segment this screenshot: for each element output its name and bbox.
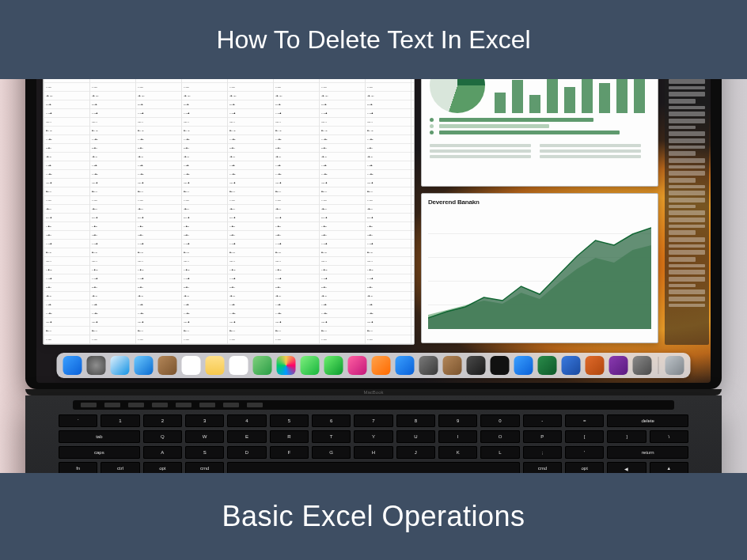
key: L bbox=[480, 446, 519, 459]
bar bbox=[564, 87, 575, 113]
key: ; bbox=[523, 446, 562, 459]
key: - bbox=[523, 414, 562, 427]
macos-dock bbox=[57, 353, 691, 378]
dock-app-onenote[interactable] bbox=[609, 356, 628, 375]
key: 1 bbox=[100, 414, 139, 427]
spreadsheet-grid: ·•··-····-· ··•·-· ·-·•··· ···-· ·•··-· … bbox=[44, 79, 414, 344]
key: 6 bbox=[312, 414, 351, 427]
spreadsheet-column: ·•··-····-· ··•·-· ·-·•··· ···-· ·•··-· … bbox=[44, 79, 89, 344]
dock-app-powerpoint[interactable] bbox=[586, 356, 605, 375]
key: ] bbox=[607, 430, 646, 443]
key: F bbox=[270, 446, 309, 459]
dock-app-quicktime[interactable] bbox=[467, 356, 486, 375]
dock-app-notes[interactable] bbox=[206, 356, 225, 375]
key: A bbox=[143, 446, 182, 459]
bar bbox=[495, 93, 506, 113]
bar bbox=[547, 79, 558, 113]
spreadsheet-window: FileEditViewInsertFormatDataToolsWindowH… bbox=[43, 79, 415, 345]
dock-app-xcode[interactable] bbox=[514, 356, 533, 375]
key: J bbox=[396, 446, 435, 459]
dock-app-contacts[interactable] bbox=[158, 356, 177, 375]
dock-app-word[interactable] bbox=[562, 356, 581, 375]
dock-app-safari[interactable] bbox=[111, 356, 130, 375]
key: [ bbox=[565, 430, 604, 443]
key: T bbox=[312, 430, 351, 443]
key: U bbox=[396, 430, 435, 443]
key: G bbox=[312, 446, 351, 459]
inspector-panel bbox=[665, 79, 709, 345]
bottom-banner: Basic Excel Operations bbox=[0, 473, 747, 560]
key: caps bbox=[59, 446, 140, 459]
dock-app-reminders[interactable] bbox=[229, 356, 248, 375]
spreadsheet-column: ·•··-····-· ··•·-· ·-·•··· ···-· ·•··-· … bbox=[227, 79, 273, 344]
key: E bbox=[227, 430, 266, 443]
bar bbox=[634, 79, 645, 113]
dock-app-mail[interactable] bbox=[135, 356, 154, 375]
laptop-screen: FileEditViewInsertFormatDataToolsWindowH… bbox=[36, 79, 711, 383]
area-chart-title: Deverend Banakn bbox=[428, 199, 651, 206]
spreadsheet-column: ·•··-····-· ··•·-· ·-·•··· ···-· ·•··-· … bbox=[135, 79, 181, 344]
spreadsheet-column: ·•··-····-· ··•·-· ·-·•··· ···-· ·•··-· … bbox=[319, 79, 365, 344]
key: S bbox=[185, 446, 224, 459]
dock-app-excel[interactable] bbox=[538, 356, 557, 375]
top-banner-title: How To Delete Text In Excel bbox=[216, 25, 530, 55]
keyboard: `1234567890-=deletetabQWERTYUIOP[]\capsA… bbox=[59, 414, 688, 473]
key: D bbox=[227, 446, 266, 459]
bottom-banner-title: Basic Excel Operations bbox=[222, 500, 525, 533]
dock-app-facetime[interactable] bbox=[324, 356, 343, 375]
spreadsheet-column: ·•··-····-· ··•·-· ·-·•··· ···-· ·•··-· … bbox=[273, 79, 319, 344]
bar bbox=[616, 79, 628, 113]
dock-app-launchpad[interactable] bbox=[87, 356, 106, 375]
dock-app-ibooks[interactable] bbox=[372, 356, 391, 375]
top-banner: How To Delete Text In Excel bbox=[0, 0, 747, 79]
dashboard-text-lines bbox=[430, 141, 650, 161]
dock-app-systemprefs[interactable] bbox=[633, 356, 652, 375]
laptop-hinge: MacBook bbox=[25, 389, 722, 395]
bar bbox=[512, 80, 523, 113]
key: 4 bbox=[227, 414, 266, 427]
dock-app-itunes[interactable] bbox=[348, 356, 367, 375]
key: = bbox=[565, 414, 604, 427]
key: Q bbox=[143, 430, 182, 443]
dock-app-messages[interactable] bbox=[301, 356, 320, 375]
key: 5 bbox=[270, 414, 309, 427]
key: H bbox=[354, 446, 392, 459]
area-chart-window: Deverend Banakn bbox=[421, 193, 658, 343]
key: Y bbox=[354, 430, 392, 443]
key: \ bbox=[650, 430, 688, 443]
laptop-deck: `1234567890-=deletetabQWERTYUIOP[]\capsA… bbox=[25, 395, 722, 473]
key: return bbox=[607, 446, 688, 459]
hero-scene: FileEditViewInsertFormatDataToolsWindowH… bbox=[0, 79, 747, 473]
spreadsheet-column: ·•··-····-· ··•·-· ·-·•··· ···-· ·•··-· … bbox=[89, 79, 135, 344]
key: O bbox=[480, 430, 519, 443]
dock-app-trash[interactable] bbox=[665, 356, 684, 375]
dock-app-finder[interactable] bbox=[63, 356, 82, 375]
touch-bar bbox=[73, 400, 674, 410]
dock-app-terminal[interactable] bbox=[491, 356, 510, 375]
dock-app-preview[interactable] bbox=[419, 356, 438, 375]
key: tab bbox=[59, 430, 140, 443]
key: W bbox=[185, 430, 224, 443]
key: 9 bbox=[438, 414, 477, 427]
pie-chart bbox=[430, 79, 485, 113]
bar-chart bbox=[495, 79, 650, 113]
dock-app-calendar[interactable] bbox=[182, 356, 201, 375]
bar bbox=[582, 79, 593, 113]
dock-app-appstore[interactable] bbox=[396, 356, 415, 375]
key: K bbox=[438, 446, 477, 459]
dashboard-window bbox=[421, 79, 658, 187]
dock-app-dictionary[interactable] bbox=[443, 356, 462, 375]
key: delete bbox=[607, 414, 688, 427]
dock-app-maps[interactable] bbox=[253, 356, 272, 375]
key: ` bbox=[59, 414, 97, 427]
laptop-screen-bezel: FileEditViewInsertFormatDataToolsWindowH… bbox=[25, 79, 722, 389]
key: P bbox=[523, 430, 562, 443]
key: 2 bbox=[143, 414, 182, 427]
dock-app-photos[interactable] bbox=[277, 356, 296, 375]
key: 8 bbox=[396, 414, 435, 427]
key: R bbox=[270, 430, 309, 443]
laptop: FileEditViewInsertFormatDataToolsWindowH… bbox=[25, 79, 722, 473]
bar bbox=[599, 83, 610, 114]
spreadsheet-column: ·•··-····-· ··•·-· ·-·•··· ···-· ·•··-· … bbox=[181, 79, 227, 344]
key: 0 bbox=[480, 414, 519, 427]
